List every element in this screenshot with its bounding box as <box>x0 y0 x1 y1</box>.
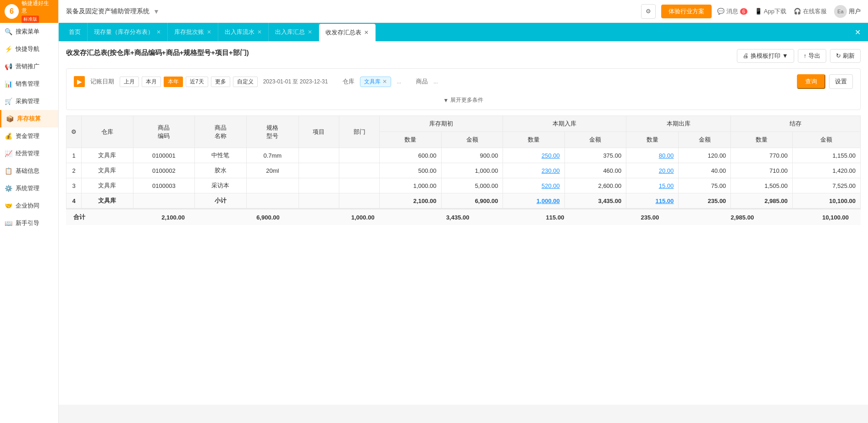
sidebar-item-5[interactable]: 📦库存核算 <box>0 110 58 127</box>
link-cell[interactable]: 250.00 <box>542 152 560 159</box>
experience-button[interactable]: 体验行业方案 <box>661 5 712 18</box>
warehouse-tag-close[interactable]: ✕ <box>382 78 387 85</box>
last-month-button[interactable]: 上月 <box>120 77 139 87</box>
app-title: 畅捷通好生意 <box>22 0 54 14</box>
table-row: 3文具库0100003采访本1,000.005,000.00520.002,60… <box>66 178 861 193</box>
sidebar-item-9[interactable]: ⚙️系统管理 <box>0 180 58 197</box>
page-container: 收发存汇总表(按仓库+商品编码+商品+规格型号+项目+部门) 🖨 换模板打印 ▼… <box>59 41 868 405</box>
tab-label-0: 首页 <box>69 28 81 36</box>
sidebar-item-8[interactable]: 📋基础信息 <box>0 162 58 180</box>
custom-date-button[interactable]: 自定义 <box>233 77 258 87</box>
sidebar-item-3[interactable]: 📊销售管理 <box>0 75 58 93</box>
tab-label-2: 库存批次账 <box>174 28 204 36</box>
link-cell[interactable]: 230.00 <box>542 167 560 174</box>
link-cell[interactable]: 115.00 <box>655 198 674 204</box>
footer-in-amt: 3,435.00 <box>379 214 474 221</box>
this-month-button[interactable]: 本月 <box>142 77 161 87</box>
tab-4[interactable]: 出入库汇总✕ <box>269 23 319 41</box>
sidebar-item-7[interactable]: 📈经营管理 <box>0 145 58 162</box>
goods-more[interactable]: ... <box>433 78 438 85</box>
group-balance-header: 结存 <box>731 116 861 132</box>
sidebar-item-6[interactable]: 💰资金管理 <box>0 127 58 145</box>
tab-3[interactable]: 出入库流水✕ <box>218 23 269 41</box>
tab-bar-close-button[interactable]: ✕ <box>851 28 864 37</box>
tab-2[interactable]: 库存批次账✕ <box>168 23 218 41</box>
nav-icon-5: 📦 <box>6 115 13 122</box>
col-project-header: 项目 <box>299 116 339 148</box>
filter-date-label: 记账日期 <box>90 77 114 86</box>
nav-label-8: 基础信息 <box>16 167 39 175</box>
online-service-action[interactable]: 🎧 在线客服 <box>794 7 827 16</box>
link-cell[interactable]: 20.00 <box>659 167 674 174</box>
group-in-header: 本期入库 <box>503 116 626 132</box>
footer-bal-amt: 10,100.00 <box>758 214 853 221</box>
tabs-container: 首页现存量（库存分布表）✕库存批次账✕出入库流水✕出入库汇总✕收发存汇总表✕ <box>62 23 376 41</box>
nav-icon-11: 📖 <box>5 220 12 227</box>
sidebar-item-1[interactable]: ⚡快捷导航 <box>0 40 58 58</box>
link-cell[interactable]: 1,000.00 <box>536 198 560 204</box>
refresh-button[interactable]: ↻ 刷新 <box>830 49 861 63</box>
table-body: 1文具库0100001中性笔0.7mm600.00900.00250.00375… <box>66 148 861 209</box>
footer-open-amt: 6,900.00 <box>189 214 284 221</box>
tab-1[interactable]: 现存量（库存分布表）✕ <box>88 23 168 41</box>
tab-0[interactable]: 首页 <box>62 23 88 41</box>
goods-filter-label: 商品 <box>416 77 428 86</box>
query-button[interactable]: 查询 <box>797 74 825 89</box>
message-icon: 💬 <box>717 8 724 15</box>
sidebar-item-0[interactable]: 🔍搜索菜单 <box>0 23 58 40</box>
sidebar-item-4[interactable]: 🛒采购管理 <box>0 93 58 110</box>
this-year-button[interactable]: 本年 <box>164 77 183 87</box>
sidebar-item-2[interactable]: 📢营销推广 <box>0 58 58 75</box>
nav-label-7: 经营管理 <box>16 149 39 158</box>
expand-more-button[interactable]: ▼ 展开更多条件 <box>443 96 484 104</box>
sidebar-item-10[interactable]: 🤝企业协同 <box>0 197 58 214</box>
table-row: 1文具库0100001中性笔0.7mm600.00900.00250.00375… <box>66 148 861 163</box>
system-dropdown-icon[interactable]: ▼ <box>153 8 160 15</box>
nav-icon-3: 📊 <box>5 80 12 88</box>
link-cell[interactable]: 520.00 <box>542 182 560 189</box>
filter-settings-button[interactable]: 设置 <box>829 74 853 89</box>
table-container: ⚙ 仓库 商品编码 商品名称 规格型号 项目 部门 库存期初 本期入库 本期出库… <box>66 115 861 209</box>
link-cell[interactable]: 15.00 <box>659 182 674 189</box>
app-download-action[interactable]: 📱 App下载 <box>755 7 786 16</box>
nav-icon-4: 🛒 <box>5 98 12 105</box>
tab-close-4[interactable]: ✕ <box>308 29 312 35</box>
data-table: ⚙ 仓库 商品编码 商品名称 规格型号 项目 部门 库存期初 本期入库 本期出库… <box>66 115 861 209</box>
in-amt-header: 金额 <box>564 132 626 148</box>
filter-collapse-button[interactable]: ▶ <box>74 76 85 87</box>
print-template-button[interactable]: 🖨 换模板打印 ▼ <box>737 49 794 63</box>
filter-bar: ▶ 记账日期 上月 本月 本年 近7天 更多 自定义 2023-01-01 至 … <box>66 68 861 110</box>
tab-5[interactable]: 收发存汇总表✕ <box>319 24 376 41</box>
expand-icon: ▼ <box>443 97 449 104</box>
export-button[interactable]: ↑ 导出 <box>798 49 827 63</box>
tab-close-5[interactable]: ✕ <box>364 29 369 36</box>
message-action[interactable]: 💬 消息 6 <box>717 7 747 16</box>
gear-button[interactable]: ⚙ <box>641 4 656 19</box>
tab-close-3[interactable]: ✕ <box>257 29 262 35</box>
opening-qty-header: 数量 <box>380 132 441 148</box>
col-settings-header[interactable]: ⚙ <box>66 116 82 148</box>
tab-close-1[interactable]: ✕ <box>156 29 161 35</box>
user-action[interactable]: Ea 用户 <box>834 5 861 18</box>
nav-label-2: 营销推广 <box>16 62 39 71</box>
nav-icon-8: 📋 <box>5 167 12 175</box>
nav-icon-10: 🤝 <box>5 202 12 209</box>
footer-summary: 合计 2,100.00 6,900.00 1,000.00 3,435.00 1… <box>66 209 861 225</box>
nav-icon-7: 📈 <box>5 150 12 157</box>
filter-row-1: ▶ 记账日期 上月 本月 本年 近7天 更多 自定义 2023-01-01 至 … <box>74 74 853 89</box>
last7-button[interactable]: 近7天 <box>186 77 208 87</box>
nav-label-3: 销售管理 <box>16 80 39 88</box>
top-header: 装备及固定资产辅助管理系统 ▼ ⚙ 体验行业方案 💬 消息 6 📱 App下载 … <box>59 0 868 23</box>
nav-label-0: 搜索菜单 <box>16 27 39 36</box>
nav-label-1: 快捷导航 <box>16 45 39 53</box>
sidebar-item-11[interactable]: 📖新手引导 <box>0 214 58 232</box>
link-cell[interactable]: 80.00 <box>659 152 674 159</box>
nav-label-5: 库存核算 <box>17 115 41 123</box>
warehouse-more[interactable]: ... <box>397 78 401 85</box>
nav-label-4: 采购管理 <box>16 97 39 105</box>
tab-label-1: 现存量（库存分布表） <box>94 28 154 36</box>
nav-icon-2: 📢 <box>5 63 12 70</box>
tab-close-2[interactable]: ✕ <box>207 29 211 35</box>
more-date-button[interactable]: 更多 <box>211 77 230 87</box>
footer-bal-qty: 2,985.00 <box>663 214 758 221</box>
